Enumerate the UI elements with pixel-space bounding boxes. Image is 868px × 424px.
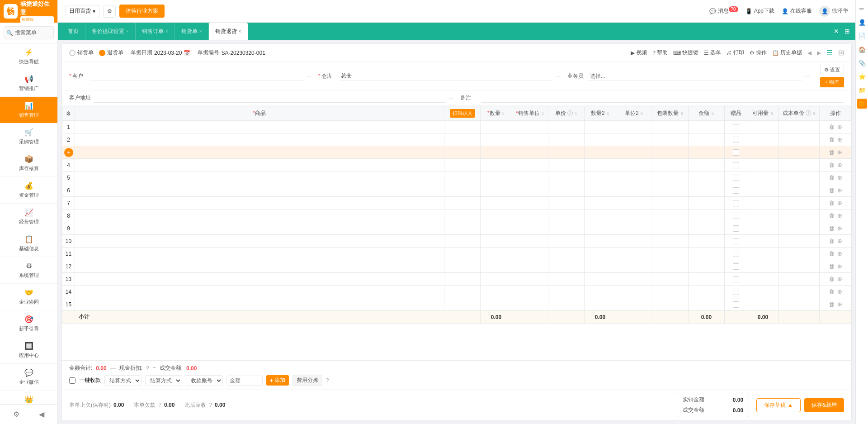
print-button[interactable]: 🖨 打印 bbox=[726, 49, 744, 57]
amount-cell-9[interactable] bbox=[689, 222, 725, 235]
settings-side-button[interactable]: ⚙ 设置 bbox=[820, 65, 844, 75]
product-cell-2[interactable] bbox=[75, 133, 444, 146]
qty-cell-9[interactable] bbox=[481, 222, 512, 235]
copy-row-9-icon[interactable]: ⊕ bbox=[837, 225, 842, 232]
right-panel-user-icon[interactable]: 👤 bbox=[857, 17, 867, 27]
delete-row-10-icon[interactable]: 🗑 bbox=[829, 238, 835, 244]
delete-row-9-icon[interactable]: 🗑 bbox=[829, 225, 835, 232]
gift-check-13[interactable] bbox=[733, 276, 739, 282]
tab-close-order[interactable]: × bbox=[165, 29, 168, 34]
grid-view-icon[interactable]: ⊞ bbox=[838, 48, 844, 57]
copy-row-15-icon[interactable]: ⊕ bbox=[837, 301, 842, 308]
tab-home[interactable]: 首页 bbox=[61, 23, 85, 40]
qty-cell-10[interactable] bbox=[481, 235, 512, 248]
product-cell-6[interactable] bbox=[75, 184, 444, 197]
copy-row-3-icon[interactable]: ⊕ bbox=[837, 149, 842, 156]
select-button[interactable]: ☰ 选单 bbox=[704, 49, 721, 57]
qty2-cell-3[interactable] bbox=[585, 146, 616, 159]
product-cell-12[interactable] bbox=[75, 260, 444, 273]
right-panel-doc-icon[interactable]: 📄 bbox=[857, 31, 867, 41]
cost-cell-8[interactable] bbox=[779, 210, 820, 222]
pkg-cell-1[interactable] bbox=[652, 121, 689, 133]
cost-cell-12[interactable] bbox=[779, 260, 820, 273]
qty2-cell-5[interactable] bbox=[585, 172, 616, 184]
unit2-cell-13[interactable] bbox=[616, 273, 652, 286]
add-payment-button[interactable]: + 添加 bbox=[266, 375, 289, 386]
tab-sales-return[interactable]: 销货退货 × bbox=[209, 23, 248, 40]
message-button[interactable]: 💬 消息 70 bbox=[709, 7, 738, 15]
avail-cell-9[interactable] bbox=[747, 222, 779, 235]
gift-cell-1[interactable] bbox=[725, 121, 747, 133]
qty-cell-15[interactable] bbox=[481, 298, 512, 311]
history-button[interactable]: 📋 历史单据 bbox=[772, 49, 802, 57]
unit-cell-9[interactable] bbox=[512, 222, 548, 235]
product-input-3[interactable] bbox=[77, 149, 442, 156]
copy-row-8-icon[interactable]: ⊕ bbox=[837, 212, 842, 219]
avail-cell-14[interactable] bbox=[747, 286, 779, 298]
settings-bottom-icon[interactable]: ⚙ bbox=[11, 408, 21, 420]
avail-cell-8[interactable] bbox=[747, 210, 779, 222]
tab-close-bill[interactable]: × bbox=[199, 29, 202, 34]
qty2-cell-1[interactable] bbox=[585, 121, 616, 133]
unit2-cell-10[interactable] bbox=[616, 235, 652, 248]
unit2-cell-6[interactable] bbox=[616, 184, 652, 197]
qty2-cell-4[interactable] bbox=[585, 159, 616, 172]
delete-row-11-icon[interactable]: 🗑 bbox=[829, 250, 835, 257]
qty-cell-2[interactable] bbox=[481, 133, 512, 146]
sidebar-item-wechat[interactable]: 💬 企业微信 bbox=[0, 364, 57, 391]
qty2-cell-10[interactable] bbox=[585, 235, 616, 248]
amount-cell-13[interactable] bbox=[689, 273, 725, 286]
pkg-cell-4[interactable] bbox=[652, 159, 689, 172]
app-download-button[interactable]: 📱 App下载 bbox=[745, 7, 774, 15]
pkg-cell-10[interactable] bbox=[652, 235, 689, 248]
sidebar-item-basicinfo[interactable]: 📋 基础信息 bbox=[0, 230, 57, 257]
qty2-cell-2[interactable] bbox=[585, 133, 616, 146]
sidebar-item-inventory[interactable]: 📦 库存核算 bbox=[0, 150, 57, 177]
warehouse-picker-icon[interactable]: ··· bbox=[556, 73, 560, 79]
customer-input[interactable] bbox=[90, 71, 304, 81]
unit2-cell-15[interactable] bbox=[616, 298, 652, 311]
cost-cell-3[interactable] bbox=[779, 146, 820, 159]
avail-cell-3[interactable] bbox=[747, 146, 779, 159]
delete-row-12-icon[interactable]: 🗑 bbox=[829, 263, 835, 270]
gift-cell-5[interactable] bbox=[725, 172, 747, 184]
gift-check-14[interactable] bbox=[733, 289, 739, 295]
right-panel-home-icon[interactable]: 🏠 bbox=[857, 44, 867, 54]
cost-cell-15[interactable] bbox=[779, 298, 820, 311]
qty-cell-4[interactable] bbox=[481, 159, 512, 172]
unit2-cell-5[interactable] bbox=[616, 172, 652, 184]
sidebar-item-quicknav[interactable]: ⚡ 快捷导航 bbox=[0, 43, 57, 70]
pkg-cell-15[interactable] bbox=[652, 298, 689, 311]
unit-cell-11[interactable] bbox=[512, 248, 548, 260]
copy-row-11-icon[interactable]: ⊕ bbox=[837, 250, 842, 257]
settlement-select[interactable]: 结算方式 bbox=[104, 375, 142, 386]
qty2-cell-9[interactable] bbox=[585, 222, 616, 235]
sidebar-item-member[interactable]: 👑 畅会员 bbox=[0, 391, 57, 404]
avail-cell-13[interactable] bbox=[747, 273, 779, 286]
price-cell-5[interactable] bbox=[548, 172, 585, 184]
avail-cell-2[interactable] bbox=[747, 133, 779, 146]
sidebar-item-marketing[interactable]: 📢 营销推广 bbox=[0, 70, 57, 97]
qty-cell-6[interactable] bbox=[481, 184, 512, 197]
cost-cell-13[interactable] bbox=[779, 273, 820, 286]
cost-cell-5[interactable] bbox=[779, 172, 820, 184]
qty2-cell-14[interactable] bbox=[585, 286, 616, 298]
address-input[interactable] bbox=[94, 93, 446, 103]
unit-cell-10[interactable] bbox=[512, 235, 548, 248]
tab-close-return[interactable]: × bbox=[239, 29, 241, 34]
avail-cell-7[interactable] bbox=[747, 197, 779, 210]
gift-check-7[interactable] bbox=[733, 200, 739, 206]
topbar-settings-button[interactable]: ⚙ bbox=[103, 5, 116, 18]
copy-row-10-icon[interactable]: ⊕ bbox=[837, 238, 842, 244]
col-settings-header[interactable]: ⚙ bbox=[62, 106, 75, 121]
pkg-cell-14[interactable] bbox=[652, 286, 689, 298]
delete-row-5-icon[interactable]: 🗑 bbox=[829, 174, 835, 181]
sidebar-item-sales[interactable]: 📊 销售管理 bbox=[0, 97, 57, 124]
qty2-cell-12[interactable] bbox=[585, 260, 616, 273]
pkg-cell-5[interactable] bbox=[652, 172, 689, 184]
gift-cell-10[interactable] bbox=[725, 235, 747, 248]
amount-cell-7[interactable] bbox=[689, 197, 725, 210]
close-all-tabs-button[interactable]: ✕ bbox=[832, 26, 841, 37]
tab-sales-bill[interactable]: 销货单 × bbox=[175, 23, 209, 40]
tab-close-price[interactable]: × bbox=[126, 29, 129, 34]
